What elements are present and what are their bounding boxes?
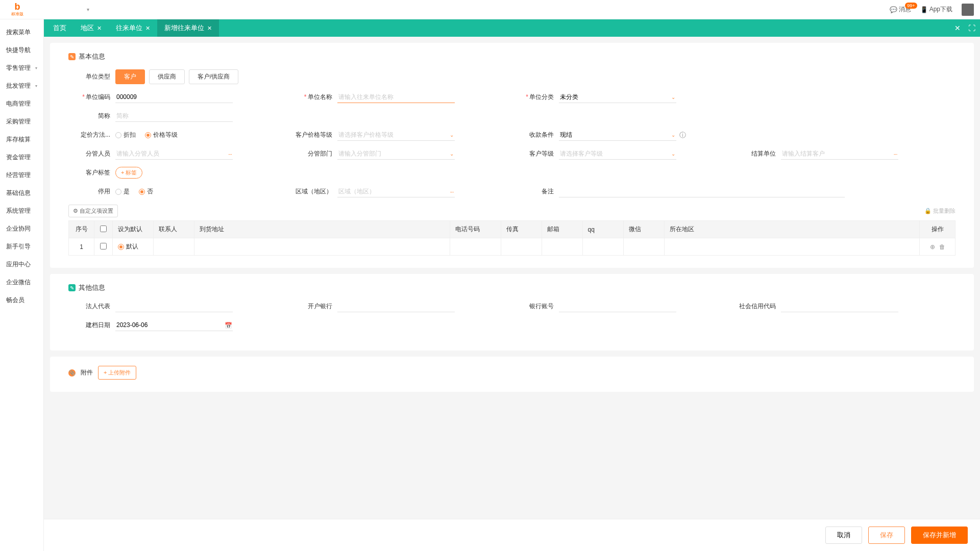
help-icon[interactable]: ⓘ (679, 131, 686, 140)
select-all-checkbox[interactable] (100, 226, 107, 232)
logo-area: b 标准版 ▾ (6, 1, 89, 18)
calendar-icon[interactable]: 📅 (225, 322, 232, 329)
close-icon[interactable]: ✕ (97, 25, 102, 32)
table-row: 1 默认 ⊕🗑 (69, 238, 955, 256)
cust-tag-label: 客户标签 (68, 168, 110, 177)
custom-field-button[interactable]: ⚙自定义项设置 (68, 205, 118, 217)
company-select[interactable]: ▾ (39, 6, 89, 13)
cell-region[interactable] (664, 238, 920, 256)
abbr-label: 简称 (68, 112, 110, 120)
region-label: 区域（地区） (290, 187, 332, 196)
manager-label: 分管人员 (68, 149, 110, 158)
th-set-default: 设为默认 (113, 221, 154, 238)
more-icon[interactable]: ··· (893, 151, 897, 158)
sidebar-item-retail[interactable]: 零售管理▾ (0, 59, 43, 77)
section-icon: ✎ (68, 53, 76, 60)
other-info-panel: ✎ 其他信息 法人代表 开户银行 银行账号 (50, 274, 974, 350)
cell-fax[interactable] (501, 238, 542, 256)
th-email: 邮箱 (542, 221, 582, 238)
unit-class-select[interactable] (559, 91, 676, 103)
close-icon[interactable]: ✕ (207, 25, 212, 32)
app-download-button[interactable]: 📱 App下载 (920, 5, 952, 14)
tab-region[interactable]: 地区✕ (74, 19, 109, 37)
unit-name-input[interactable] (337, 91, 455, 103)
save-button[interactable]: 保存 (868, 527, 905, 544)
attach-label: 附件 (81, 368, 93, 377)
save-and-new-button[interactable]: 保存并新增 (911, 527, 968, 544)
credit-input[interactable] (781, 300, 898, 312)
cell-contact[interactable] (154, 238, 194, 256)
unit-type-supplier[interactable]: 供应商 (149, 69, 185, 84)
collect-cond-select[interactable] (559, 129, 676, 141)
dept-label: 分管部门 (290, 149, 332, 158)
disable-yes-radio[interactable]: 是 (115, 187, 130, 196)
message-button[interactable]: 💬 消息 99+ (890, 5, 911, 14)
gear-icon: ⚙ (73, 208, 78, 214)
create-date-input[interactable] (115, 319, 233, 331)
region-input[interactable] (337, 186, 455, 197)
sidebar-item-purchase[interactable]: 采购管理 (0, 113, 43, 131)
unit-type-customer[interactable]: 客户 (115, 69, 145, 84)
sidebar-item-enterprise[interactable]: 企业协同 (0, 220, 43, 238)
row-checkbox[interactable] (100, 243, 107, 249)
more-icon[interactable]: ··· (450, 188, 453, 195)
sidebar-item-wechat[interactable]: 企业微信 (0, 273, 43, 291)
sidebar-item-wholesale[interactable]: 批发管理▾ (0, 77, 43, 95)
cell-phone[interactable] (450, 238, 501, 256)
unit-type-both[interactable]: 客户/供应商 (189, 69, 238, 84)
unit-type-label: 单位类型 (68, 72, 110, 81)
abbr-input[interactable] (115, 110, 233, 122)
add-row-icon[interactable]: ⊕ (930, 243, 935, 251)
sidebar-item-system[interactable]: 系统管理 (0, 202, 43, 220)
batch-delete-button[interactable]: 🔒批量删除 (924, 207, 955, 215)
cust-price-level-select[interactable] (337, 129, 455, 141)
fullscreen-button[interactable]: ⛶ (967, 23, 977, 33)
cell-ship-addr[interactable] (194, 238, 450, 256)
sidebar-item-app-center[interactable]: 应用中心 (0, 256, 43, 273)
cust-level-label: 客户等级 (512, 149, 554, 158)
sidebar-item-search-menu[interactable]: 搜索菜单 (0, 23, 43, 41)
sidebar: 搜索菜单 快捷导航 零售管理▾ 批发管理▾ 电商管理 采购管理 库存核算 资金管… (0, 19, 44, 551)
dept-select[interactable] (337, 148, 455, 160)
more-icon[interactable]: ··· (228, 151, 232, 158)
add-tag-button[interactable]: + 标签 (115, 167, 142, 179)
tab-contacts[interactable]: 往来单位✕ (109, 19, 157, 37)
attach-panel: 📎 附件 + 上传附件 (50, 357, 974, 392)
unit-code-label: 单位编码 (68, 93, 110, 102)
cust-price-level-label: 客户价格等级 (290, 131, 332, 139)
upload-attach-button[interactable]: + 上传附件 (98, 366, 136, 380)
cell-qq[interactable] (582, 238, 623, 256)
legal-label: 法人代表 (68, 302, 110, 311)
sidebar-item-ecommerce[interactable]: 电商管理 (0, 95, 43, 113)
manager-input[interactable] (115, 148, 233, 160)
cell-wechat[interactable] (623, 238, 664, 256)
cancel-button[interactable]: 取消 (825, 527, 862, 544)
acct-input[interactable] (559, 300, 676, 312)
close-icon[interactable]: ✕ (145, 25, 150, 32)
sidebar-item-inventory[interactable]: 库存核算 (0, 131, 43, 148)
tab-new-contact[interactable]: 新增往来单位✕ (157, 19, 219, 37)
tab-home[interactable]: 首页 (46, 19, 74, 37)
delete-row-icon[interactable]: 🗑 (939, 243, 945, 251)
settle-unit-input[interactable] (781, 148, 898, 160)
cell-email[interactable] (542, 238, 582, 256)
legal-input[interactable] (115, 300, 233, 312)
cust-level-select[interactable] (559, 148, 676, 160)
credit-label: 社会信用代码 (734, 302, 776, 311)
bank-input[interactable] (337, 300, 455, 312)
sidebar-item-basic-info[interactable]: 基础信息 (0, 184, 43, 202)
sidebar-item-member[interactable]: 畅会员 (0, 291, 43, 309)
sidebar-item-management[interactable]: 经营管理 (0, 166, 43, 184)
sidebar-item-funds[interactable]: 资金管理 (0, 148, 43, 166)
avatar[interactable] (962, 4, 974, 16)
section-title-basic: ✎ 基本信息 (68, 52, 955, 61)
sidebar-item-quick-nav[interactable]: 快捷导航 (0, 41, 43, 59)
close-all-tabs-button[interactable]: ✕ (952, 23, 963, 33)
disable-no-radio[interactable]: 否 (139, 187, 153, 196)
pricing-level-radio[interactable]: 价格等级 (145, 131, 178, 139)
unit-code-input[interactable] (115, 91, 233, 103)
remark-input[interactable] (559, 186, 845, 197)
row-default-radio[interactable]: 默认 (118, 242, 148, 251)
pricing-discount-radio[interactable]: 折扣 (115, 131, 136, 139)
sidebar-item-guide[interactable]: 新手引导 (0, 238, 43, 256)
